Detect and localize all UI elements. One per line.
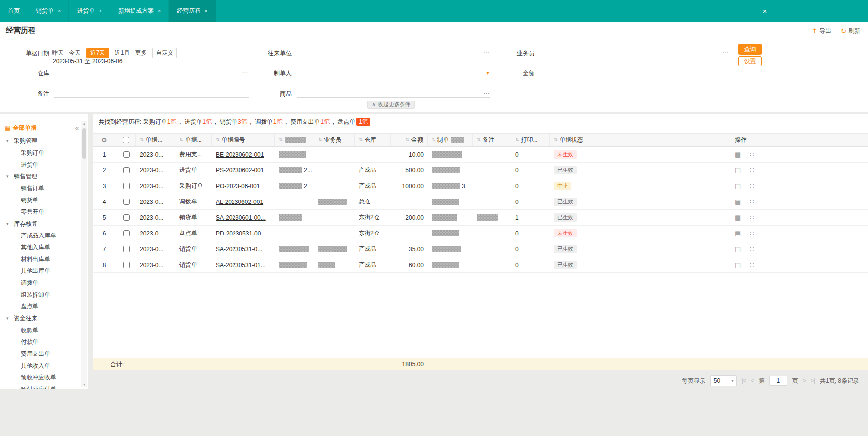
- ellipsis-button[interactable]: ⋯: [242, 69, 248, 76]
- last-page-button[interactable]: >|: [811, 377, 815, 384]
- first-page-button[interactable]: |<: [742, 377, 746, 384]
- amount-max-input[interactable]: [636, 67, 729, 77]
- gear-icon[interactable]: ⚙: [101, 136, 107, 144]
- sidebar-item[interactable]: 收款单: [0, 324, 88, 336]
- sort-icon[interactable]: ⇅: [318, 137, 322, 142]
- tab-3[interactable]: 进货单×: [69, 0, 110, 22]
- sidebar-item[interactable]: 组装拆卸单: [0, 289, 88, 301]
- sidebar-scrollbar[interactable]: ▲ ▼: [81, 121, 87, 387]
- tab-close-icon[interactable]: ×: [58, 8, 61, 14]
- column-header-date[interactable]: ⇅单据...: [136, 134, 175, 146]
- sidebar-item[interactable]: 费用支出单: [0, 348, 88, 360]
- refresh-button[interactable]: ↻刷新: [841, 27, 860, 35]
- partner-input[interactable]: ⋯: [297, 47, 490, 57]
- remark-input[interactable]: [54, 88, 249, 98]
- row-checkbox[interactable]: [123, 230, 130, 236]
- column-header-remark[interactable]: ⇅备注: [473, 134, 511, 146]
- quick-filter-button[interactable]: 近7天: [86, 48, 109, 58]
- scrollbar-thumb[interactable]: [82, 128, 86, 159]
- preview-icon[interactable]: ▤: [735, 214, 741, 221]
- sidebar-item[interactable]: 其他出库单: [0, 265, 88, 277]
- ellipsis-button[interactable]: ⋯: [483, 90, 489, 97]
- sidebar-item[interactable]: ▾资金往来: [0, 312, 88, 324]
- tab-close-icon[interactable]: ×: [204, 8, 207, 14]
- sort-icon[interactable]: ⇅: [515, 137, 519, 142]
- sidebar-item[interactable]: 零售开单: [0, 206, 88, 218]
- more-actions-icon[interactable]: ∷: [750, 261, 754, 268]
- more-actions-icon[interactable]: ∷: [750, 230, 754, 237]
- row-checkbox[interactable]: [123, 199, 130, 205]
- sidebar-item[interactable]: 产成品入库单: [0, 230, 88, 241]
- document-number-link[interactable]: BE-20230602-001: [216, 151, 264, 158]
- amount-min-input[interactable]: [538, 67, 625, 77]
- preview-icon[interactable]: ▤: [735, 151, 741, 158]
- tab-2[interactable]: 销货单×: [28, 0, 69, 22]
- close-all-tabs-button[interactable]: ×: [755, 0, 774, 22]
- quick-filter-button[interactable]: 昨天: [52, 49, 64, 57]
- select-all-checkbox[interactable]: [123, 137, 129, 143]
- salesman-input[interactable]: ⋯: [538, 47, 729, 57]
- sidebar-item[interactable]: 进货单: [0, 159, 88, 170]
- tab-close-icon[interactable]: ×: [99, 8, 101, 14]
- column-header-partner[interactable]: ⇅: [275, 134, 314, 146]
- tab-4[interactable]: 新增提成方案×: [110, 0, 169, 22]
- row-checkbox[interactable]: [123, 167, 130, 173]
- sidebar-title[interactable]: 全部单据: [13, 124, 36, 132]
- sort-icon[interactable]: ⇅: [554, 137, 558, 142]
- sidebar-item[interactable]: 预收冲应收单: [0, 371, 88, 383]
- sidebar-item[interactable]: 预付冲应付单: [0, 383, 88, 389]
- sort-icon[interactable]: ⇅: [359, 137, 363, 142]
- document-number-link[interactable]: PD-20230531-00...: [216, 230, 266, 237]
- sort-icon[interactable]: ⇅: [477, 137, 481, 142]
- tab-close-icon[interactable]: ×: [158, 8, 161, 14]
- preview-icon[interactable]: ▤: [735, 167, 741, 174]
- sidebar-item[interactable]: ▾销售管理: [0, 170, 88, 182]
- document-number-link[interactable]: SA-20230601-00...: [216, 214, 266, 221]
- scroll-down-icon[interactable]: ▼: [83, 382, 86, 387]
- preview-icon[interactable]: ▤: [735, 182, 741, 190]
- preview-icon[interactable]: ▤: [735, 198, 741, 205]
- column-header-type[interactable]: ⇅单据...: [175, 134, 212, 146]
- column-header-salesman[interactable]: ⇅业务员: [314, 134, 355, 146]
- row-checkbox[interactable]: [123, 262, 130, 268]
- row-checkbox[interactable]: [123, 183, 130, 189]
- sort-icon[interactable]: ⇅: [432, 137, 435, 142]
- document-number-link[interactable]: SA-20230531-0...: [216, 246, 262, 253]
- column-header-warehouse[interactable]: ⇅仓库: [355, 134, 391, 146]
- more-actions-icon[interactable]: ∷: [750, 245, 754, 253]
- sidebar-item[interactable]: 付款单: [0, 336, 88, 348]
- warehouse-input[interactable]: ⋯: [54, 67, 249, 77]
- column-header-no[interactable]: ⇅单据编号: [212, 134, 275, 146]
- sidebar-collapse-button[interactable]: «: [75, 124, 79, 132]
- more-actions-icon[interactable]: ∷: [750, 198, 754, 205]
- more-actions-icon[interactable]: ∷: [750, 167, 754, 174]
- collapse-filters-button[interactable]: ∧ 收起更多条件: [367, 101, 415, 109]
- sidebar-item[interactable]: 其他收入单: [0, 360, 88, 371]
- chevron-down-icon[interactable]: ▾: [486, 69, 489, 76]
- sidebar-item[interactable]: 调拨单: [0, 277, 88, 289]
- document-number-link[interactable]: PS-20230602-001: [216, 167, 264, 174]
- column-header-maker[interactable]: ⇅制单: [428, 134, 473, 146]
- export-button[interactable]: ↥导出: [812, 27, 831, 35]
- row-checkbox[interactable]: [123, 246, 130, 252]
- sort-icon[interactable]: ⇅: [140, 137, 144, 142]
- column-header-amount[interactable]: ⇅金额: [391, 134, 428, 146]
- document-number-link[interactable]: SA-20230531-01...: [216, 262, 266, 268]
- document-number-link[interactable]: AL-20230602-001: [216, 199, 263, 205]
- more-actions-icon[interactable]: ∷: [750, 214, 754, 221]
- sidebar-item[interactable]: 销售订单: [0, 182, 88, 194]
- sort-icon[interactable]: ⇅: [216, 137, 220, 142]
- tab-1[interactable]: 首页: [0, 0, 28, 22]
- quick-filter-button[interactable]: 更多: [135, 49, 147, 57]
- page-number-input[interactable]: 1: [769, 376, 787, 386]
- prev-page-button[interactable]: <: [751, 377, 754, 384]
- sidebar-item[interactable]: 材料出库单: [0, 253, 88, 265]
- per-page-select[interactable]: 50 ▾: [710, 375, 737, 386]
- date-range-value[interactable]: 2023-05-31 至 2023-06-06: [53, 57, 122, 66]
- search-button[interactable]: 查询: [738, 44, 762, 55]
- ellipsis-button[interactable]: ⋯: [483, 49, 489, 56]
- sidebar-item[interactable]: 采购订单: [0, 147, 88, 159]
- sidebar-item[interactable]: 销货单: [0, 194, 88, 206]
- sidebar-item[interactable]: ▾采购管理: [0, 135, 88, 147]
- next-page-button[interactable]: >: [803, 377, 806, 384]
